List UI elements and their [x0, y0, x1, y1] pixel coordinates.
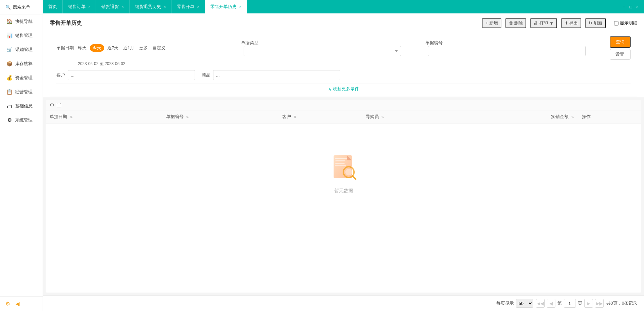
- doc-no-input[interactable]: [428, 46, 586, 56]
- svg-point-7: [345, 169, 352, 175]
- doc-type-select[interactable]: [244, 46, 401, 56]
- shortcut-custom[interactable]: 自定义: [151, 44, 167, 52]
- toolbar: + 新增 🗑 删除 🖨 打印 ▼ ⬆ 导出 ↻ 刷新 显示明细: [482, 18, 637, 28]
- shortcut-last-month[interactable]: 近1月: [122, 44, 136, 52]
- tab-label-retail-history: 零售开单历史: [210, 4, 237, 10]
- doc-type-label: 单据类型: [241, 40, 258, 45]
- table-container: ⚙ 单据日期 ⇅ 单据编号 ⇅ 客户: [46, 100, 641, 293]
- topbar-tab-sales-return-history[interactable]: 销货退货历史×: [130, 0, 171, 13]
- sidebar-collapse-icon[interactable]: ◀: [15, 301, 19, 307]
- page-header: 零售开单历史 + 新增 🗑 删除 🖨 打印 ▼ ⬆ 导出 ↻ 刷新 显示明细: [43, 13, 644, 97]
- sort-guide-icon[interactable]: ⇅: [381, 115, 384, 119]
- delete-button[interactable]: 🗑 删除: [505, 18, 527, 28]
- sidebar: 🔍 搜索采单 🏠快捷导航📊销售管理🛒采购管理📦库存核算💰资金管理📋经营管理🗃基础…: [0, 0, 43, 311]
- svg-line-8: [352, 176, 356, 179]
- last-page-button[interactable]: ▶▶: [595, 299, 604, 308]
- sidebar-label-basic-info: 基础信息: [15, 103, 33, 109]
- col-date[interactable]: 单据日期 ⇅: [46, 110, 162, 123]
- sidebar-label-system: 系统管理: [15, 117, 33, 123]
- settings-button[interactable]: 设置: [610, 49, 631, 60]
- tab-close-retail-history[interactable]: ×: [239, 5, 241, 9]
- first-page-button[interactable]: ◀◀: [536, 299, 545, 308]
- date-shortcuts: 昨天 今天 近7天 近1月 更多 自定义: [77, 44, 167, 52]
- settings-gear-icon[interactable]: ⚙: [5, 301, 10, 307]
- select-all-checkbox[interactable]: [57, 103, 61, 107]
- customer-input[interactable]: [68, 70, 195, 80]
- prev-page-button[interactable]: ◀: [547, 299, 555, 308]
- sort-date-icon[interactable]: ⇅: [70, 115, 72, 119]
- svg-rect-2: [335, 160, 345, 161]
- tab-close-retail-open[interactable]: ×: [197, 5, 199, 9]
- goods-input[interactable]: [213, 70, 340, 80]
- customer-label: 客户: [56, 72, 65, 78]
- topbar-tab-home[interactable]: 首页: [43, 0, 63, 13]
- svg-rect-4: [335, 165, 346, 166]
- shortcut-last7[interactable]: 近7天: [106, 44, 120, 52]
- goods-label: 商品: [202, 72, 210, 78]
- col-amount[interactable]: 实销金额 ⇅: [461, 110, 578, 123]
- topbar-tab-retail-open[interactable]: 零售开单×: [171, 0, 205, 13]
- display-detail-input[interactable]: [614, 21, 618, 25]
- next-page-button[interactable]: ▶: [584, 299, 593, 308]
- sort-no-icon[interactable]: ⇅: [186, 115, 189, 119]
- minimize-button[interactable]: −: [623, 4, 626, 9]
- maximize-button[interactable]: □: [630, 4, 632, 9]
- tab-label-sales-return: 销货退货: [101, 4, 119, 10]
- sidebar-icon-purchase-mgmt: 🛒: [6, 47, 12, 53]
- print-arrow-icon: ▼: [549, 21, 554, 26]
- tab-label-retail-open: 零售开单: [177, 4, 194, 10]
- date-range-display: 2023-06-02 至 2023-06-02: [78, 61, 125, 66]
- sidebar-icon-operations: 📋: [6, 89, 12, 95]
- sidebar-item-basic-info[interactable]: 🗃基础信息: [0, 99, 43, 113]
- topbar-tab-sales-return[interactable]: 销货退货×: [96, 0, 129, 13]
- goods-filter-group: 商品: [202, 70, 340, 80]
- sidebar-label-inventory: 库存核算: [15, 61, 33, 67]
- sidebar-icon-sales-mgmt: 📊: [6, 33, 12, 39]
- sidebar-item-operations[interactable]: 📋经营管理: [0, 85, 43, 99]
- tab-close-sales-return[interactable]: ×: [121, 5, 123, 9]
- page-size-group: 每页显示 50 100 200: [496, 299, 533, 308]
- print-button[interactable]: 🖨 打印 ▼: [530, 18, 557, 28]
- topbar-tab-retail-history[interactable]: 零售开单历史×: [205, 0, 247, 13]
- date-filter-group: 单据日期 昨天 今天 近7天 近1月 更多 自定义: [56, 44, 234, 52]
- shortcut-today[interactable]: 今天: [90, 44, 104, 52]
- sidebar-item-purchase-mgmt[interactable]: 🛒采购管理: [0, 43, 43, 57]
- shortcut-yesterday[interactable]: 昨天: [77, 44, 88, 52]
- sidebar-item-quick-nav[interactable]: 🏠快捷导航: [0, 14, 43, 29]
- shortcut-more[interactable]: 更多: [138, 44, 149, 52]
- page-size-select[interactable]: 50 100 200: [516, 299, 533, 308]
- page-prefix-label: 第: [557, 300, 562, 306]
- table-body: 暂无数据: [46, 123, 641, 221]
- refresh-button[interactable]: ↻ 刷新: [585, 18, 606, 28]
- doc-type-filter-group: 单据类型: [241, 40, 419, 56]
- add-button[interactable]: + 新增: [482, 18, 501, 28]
- page-number-input[interactable]: [564, 299, 576, 308]
- sort-customer-icon[interactable]: ⇅: [294, 115, 296, 119]
- col-customer[interactable]: 客户 ⇅: [278, 110, 361, 123]
- sidebar-label-quick-nav: 快捷导航: [15, 18, 33, 24]
- display-detail-checkbox[interactable]: 显示明细: [614, 20, 637, 26]
- content-area: 零售开单历史 + 新增 🗑 删除 🖨 打印 ▼ ⬆ 导出 ↻ 刷新 显示明细: [43, 13, 644, 311]
- tab-close-sales-order[interactable]: ×: [88, 5, 90, 9]
- sort-amount-icon[interactable]: ⇅: [571, 115, 574, 119]
- query-button[interactable]: 查询: [610, 36, 631, 48]
- sidebar-label-finance: 资金管理: [15, 75, 33, 81]
- table-settings-icon[interactable]: ⚙: [50, 102, 54, 108]
- svg-rect-3: [335, 163, 345, 164]
- page-suffix-label: 页: [578, 300, 582, 306]
- collapse-label: 收起更多条件: [333, 86, 359, 92]
- collapse-more-btn[interactable]: ∧ 收起更多条件: [56, 84, 631, 93]
- sidebar-icon-quick-nav: 🏠: [6, 18, 12, 24]
- sidebar-item-inventory[interactable]: 📦库存核算: [0, 57, 43, 71]
- close-button[interactable]: ×: [636, 4, 639, 9]
- sidebar-item-finance[interactable]: 💰资金管理: [0, 71, 43, 85]
- empty-state: 暂无数据: [46, 123, 641, 221]
- export-button[interactable]: ⬆ 导出: [561, 18, 582, 28]
- col-no[interactable]: 单据编号 ⇅: [162, 110, 279, 123]
- tab-close-sales-return-history[interactable]: ×: [164, 5, 166, 9]
- col-guide[interactable]: 导购员 ⇅: [362, 110, 461, 123]
- sidebar-item-system[interactable]: ⚙系统管理: [0, 113, 43, 127]
- sidebar-search[interactable]: 🔍 搜索采单: [0, 0, 43, 14]
- sidebar-item-sales-mgmt[interactable]: 📊销售管理: [0, 29, 43, 43]
- topbar-tab-sales-order[interactable]: 销售订单×: [63, 0, 96, 13]
